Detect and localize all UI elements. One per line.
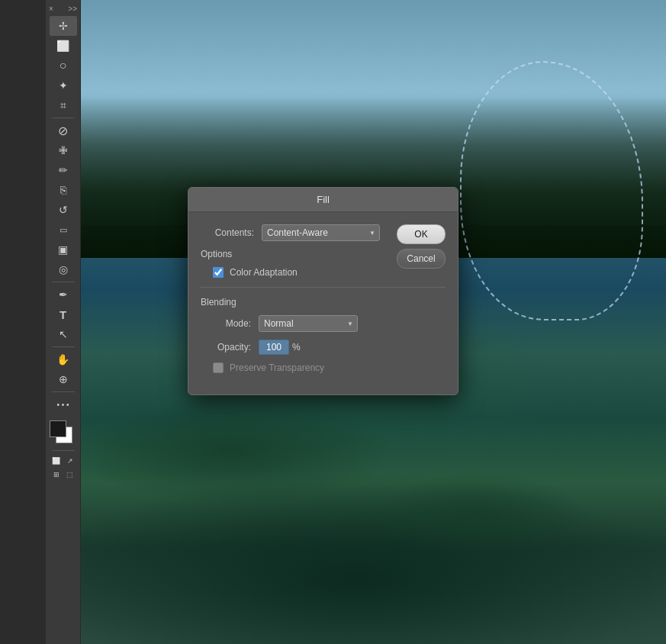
separator-1 — [52, 118, 75, 118]
heal-icon: ✙ — [59, 144, 68, 156]
mode-row: Mode: Normal Dissolve Multiply Screen Ov… — [213, 315, 446, 332]
contents-select-wrapper: Content-Aware Foreground Color Backgroun… — [262, 224, 380, 241]
blending-label: Blending — [201, 297, 446, 308]
more-btn[interactable]: • • • — [50, 394, 77, 414]
artboard-btn[interactable]: ⊞ — [50, 469, 63, 481]
move-icon: ✢ — [59, 20, 68, 32]
dodge-btn[interactable]: ◎ — [50, 259, 77, 279]
heal-tool-btn[interactable]: ✙ — [50, 140, 77, 160]
lasso-icon: ○ — [60, 59, 67, 72]
color-adaptation-checkbox[interactable] — [213, 267, 224, 278]
more-icon: • • • — [56, 401, 69, 409]
hand-icon: ✋ — [56, 353, 69, 365]
marquee-tool-btn[interactable]: ⬜ — [50, 36, 77, 56]
toolbar-close[interactable]: × — [49, 5, 53, 13]
cancel-button[interactable]: Cancel — [397, 249, 446, 269]
eyedropper-btn[interactable]: ⊘ — [50, 121, 77, 140]
left-panel — [0, 0, 46, 644]
toolbar-header: × >> — [46, 3, 80, 14]
marquee-icon: ⬜ — [56, 40, 69, 52]
eraser-icon: ▭ — [60, 225, 67, 235]
contents-select[interactable]: Content-Aware Foreground Color Backgroun… — [262, 224, 380, 241]
foreground-color-swatch[interactable] — [50, 420, 66, 437]
history-icon: ↺ — [59, 204, 68, 216]
dodge-icon: ◎ — [59, 263, 68, 275]
history-btn[interactable]: ↺ — [50, 200, 77, 220]
quick-mask-btn[interactable]: ⬜ — [50, 455, 63, 467]
pen-icon: ✒ — [59, 288, 68, 301]
tools-panel: × >> ✢ ⬜ ○ ✦ ⌗ ⊘ ✙ ✏ ⎘ ↺ ▭ ▣ ◎ ✒ T — [46, 0, 81, 644]
text-btn[interactable]: T — [50, 304, 77, 324]
separator-2 — [52, 282, 75, 282]
frame-icon: ⬚ — [66, 471, 73, 478]
zoom-btn[interactable]: ⊕ — [50, 369, 77, 389]
preserve-transparency-row: Preserve Transparency — [213, 362, 446, 373]
ok-button[interactable]: OK — [397, 224, 446, 244]
color-adaptation-row: Color Adaptation — [213, 267, 446, 278]
contents-label: Contents: — [201, 227, 262, 238]
opacity-row: Opacity: % — [213, 340, 446, 355]
section-divider — [201, 287, 446, 288]
mode-label: Mode: — [213, 318, 259, 329]
blending-section: Blending Mode: Normal Dissolve Multiply … — [201, 297, 446, 373]
move-tool-btn[interactable]: ✢ — [50, 16, 77, 36]
quick-mask-icon: ⬜ — [52, 457, 60, 465]
mode-select-wrapper: Normal Dissolve Multiply Screen Overlay … — [259, 315, 358, 332]
eraser-btn[interactable]: ▭ — [50, 220, 77, 240]
path-select-icon: ↖ — [59, 328, 68, 340]
crop-tool-btn[interactable]: ⌗ — [50, 95, 77, 115]
fill-dialog: Fill Contents: Content-Aware Foreground … — [188, 187, 458, 395]
separator-3 — [52, 346, 75, 347]
crop-icon: ⌗ — [60, 99, 66, 112]
preserve-transparency-checkbox[interactable] — [213, 362, 224, 373]
toolbar-expand[interactable]: >> — [68, 5, 77, 13]
dialog-title-bar: Fill — [188, 188, 458, 212]
pen-btn[interactable]: ✒ — [50, 285, 77, 304]
magic-wand-btn[interactable]: ✦ — [50, 76, 77, 95]
stamp-icon: ⎘ — [60, 184, 66, 196]
opacity-label: Opacity: — [213, 342, 259, 353]
opacity-input[interactable] — [259, 340, 289, 355]
hand-btn[interactable]: ✋ — [50, 349, 77, 369]
preserve-transparency-label: Preserve Transparency — [230, 362, 324, 373]
text-icon: T — [60, 308, 66, 321]
frame-btn[interactable]: ⬚ — [64, 469, 76, 481]
artboard-icon: ⊞ — [53, 471, 60, 478]
dialog-buttons: OK Cancel — [397, 224, 446, 269]
path-select-btn[interactable]: ↖ — [50, 324, 77, 344]
dialog-title: Fill — [317, 194, 330, 205]
magic-wand-icon: ✦ — [59, 79, 68, 92]
gradient-icon: ▣ — [58, 243, 68, 256]
lasso-tool-btn[interactable]: ○ — [50, 56, 77, 76]
separator-5 — [52, 450, 75, 451]
color-adaptation-label[interactable]: Color Adaptation — [230, 267, 298, 278]
brush-tool-btn[interactable]: ✏ — [50, 160, 77, 180]
percent-label: % — [292, 342, 301, 353]
screen-mode-btn[interactable]: ↗ — [64, 455, 76, 467]
brush-icon: ✏ — [59, 164, 68, 176]
mode-select[interactable]: Normal Dissolve Multiply Screen Overlay … — [259, 315, 358, 332]
screen-mode-icon: ↗ — [67, 457, 73, 465]
gradient-btn[interactable]: ▣ — [50, 240, 77, 259]
eyedropper-icon: ⊘ — [58, 124, 68, 138]
separator-4 — [52, 391, 75, 392]
stamp-tool-btn[interactable]: ⎘ — [50, 180, 77, 200]
zoom-icon: ⊕ — [59, 373, 68, 385]
